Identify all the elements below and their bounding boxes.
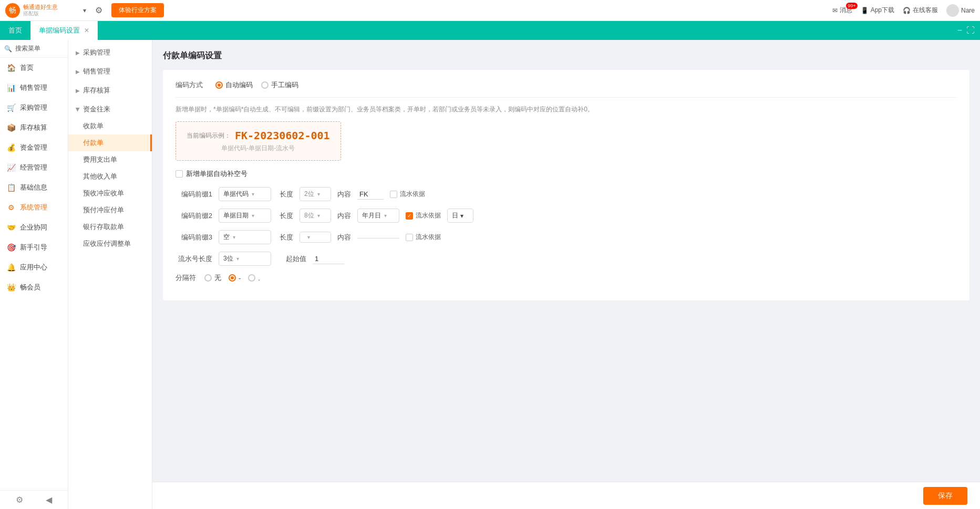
prefix3-label: 编码前缀3 (176, 233, 212, 242)
logo-icon: 畅 (5, 3, 20, 18)
app-icon: 📱 (861, 7, 869, 14)
system-icon: ⚙ (6, 203, 16, 212)
content-area: 付款单编码设置 编码方式 自动编码 手工编码 (152, 40, 980, 311)
prefix2-select[interactable]: 单据日期 ▾ (219, 209, 271, 223)
search-menu-button[interactable]: 🔍 搜索菜单 (0, 40, 68, 58)
tab-home[interactable]: 首页 (0, 21, 30, 40)
tab-encoding-settings[interactable]: 单据编码设置 ✕ (30, 21, 98, 40)
start-value-input[interactable]: 1 (313, 254, 344, 264)
sidebar-item-system[interactable]: ⚙ 系统管理 (0, 198, 68, 217)
tab-close-icon[interactable]: ✕ (84, 27, 89, 34)
sub-group-inventory: ▶ 库存核算 (68, 82, 152, 99)
encoding-card: 编码方式 自动编码 手工编码 (163, 70, 969, 300)
preview-label: 当前编码示例： (187, 131, 231, 140)
sub-group-sales-header[interactable]: ▶ 销售管理 (68, 63, 152, 80)
sub-group-purchase-header[interactable]: ▶ 采购管理 (68, 44, 152, 61)
sep-dash-option[interactable]: - (229, 274, 241, 282)
sidebar-item-collaboration[interactable]: 🤝 企业协同 (0, 217, 68, 237)
gear-button[interactable]: ⚙ (91, 3, 106, 18)
serial1-checkbox[interactable] (390, 191, 397, 198)
basic-info-icon: 📋 (6, 183, 16, 192)
sidebar-item-home[interactable]: 🏠 首页 (0, 58, 68, 78)
prefix1-select[interactable]: 单据代码 ▾ (219, 187, 271, 201)
message-button[interactable]: ✉ 消息 99+ (832, 6, 852, 15)
sidebar-item-sales[interactable]: 📊 销售管理 (0, 78, 68, 98)
content2-label: 内容 (337, 211, 351, 221)
sidebar-item-inventory[interactable]: 📦 库存核算 (0, 118, 68, 138)
length3-input: ▾ (300, 232, 331, 243)
prefix3-select[interactable]: 空 ▾ (219, 230, 271, 244)
search-icon: 🔍 (4, 45, 12, 53)
sub-group-inventory-header[interactable]: ▶ 库存核算 (68, 82, 152, 99)
serial3-checkbox[interactable] (406, 234, 413, 241)
maximize-icon[interactable]: ⛶ (966, 26, 975, 35)
sub-group-capital-header[interactable]: ▶ 资金往来 (68, 101, 152, 118)
nav-dropdown[interactable]: ▾ (83, 7, 86, 14)
auto-encode-radio[interactable] (215, 81, 223, 89)
arrow-icon: ▶ (75, 107, 81, 111)
preview-code: FK-20230602-001 (235, 129, 330, 142)
minimize-icon[interactable]: − (957, 26, 962, 35)
encode-method-label: 编码方式 (176, 80, 203, 90)
sub-group-capital: ▶ 资金往来 收款单 付款单 费用支出单 其他收入单 预收冲应收单 预付冲应付单… (68, 101, 152, 252)
auto-fill-row: 新增单据自动补空号 (176, 169, 957, 179)
manual-encode-option[interactable]: 手工编码 (261, 80, 298, 90)
collapse-sidebar-icon[interactable]: ◀ (46, 495, 52, 505)
sidebar-item-membership[interactable]: 👑 畅会员 (0, 277, 68, 297)
settings-bottom-icon[interactable]: ⚙ (16, 495, 23, 505)
sidebar-item-operations[interactable]: 📈 经营管理 (0, 158, 68, 178)
serial2-checkbox-label[interactable]: ✓ 流水依据 (406, 211, 441, 220)
tab-actions: − ⛶ (957, 26, 980, 35)
trial-button[interactable]: 体验行业方案 (111, 3, 164, 17)
sep-dot-radio[interactable] (248, 274, 255, 282)
auto-encode-option[interactable]: 自动编码 (215, 80, 253, 90)
save-button[interactable]: 保存 (923, 487, 967, 505)
serial2-checkbox[interactable]: ✓ (406, 212, 413, 220)
day-arrow-icon: ▾ (460, 212, 463, 220)
serial1-checkbox-label[interactable]: 流水依据 (390, 190, 425, 199)
content1-label: 内容 (337, 190, 351, 199)
content2-select[interactable]: 年月日 ▾ (357, 209, 399, 223)
prefix3-arrow-icon: ▾ (233, 234, 235, 240)
sep-dot-option[interactable]: . (248, 274, 260, 282)
sub-item-advance-payment[interactable]: 预付冲应付单 (68, 202, 152, 219)
separator-row: 分隔符 无 - . (176, 273, 957, 283)
encode-method-row: 编码方式 自动编码 手工编码 (176, 80, 957, 98)
sidebar-item-finance[interactable]: 💰 资金管理 (0, 138, 68, 158)
arrow-icon: ▶ (76, 88, 80, 94)
sep-dash-radio[interactable] (229, 274, 236, 282)
content3-value (357, 236, 399, 238)
sidebar-item-apps[interactable]: 🔔 应用中心 (0, 257, 68, 277)
length1-input: 2位 ▾ (300, 187, 331, 201)
manual-encode-radio[interactable] (261, 81, 269, 89)
sep-none-radio[interactable] (204, 274, 212, 282)
length1-label: 长度 (277, 190, 293, 199)
sub-item-other-income[interactable]: 其他收入单 (68, 168, 152, 185)
sub-item-payment[interactable]: 付款单 (68, 134, 152, 151)
app-download-button[interactable]: 📱 App下载 (861, 6, 894, 15)
inventory-icon: 📦 (6, 123, 16, 132)
sub-item-bank-deposit[interactable]: 银行存取款单 (68, 219, 152, 235)
online-service-button[interactable]: 🎧 在线客服 (903, 6, 938, 15)
sidebar-item-guide[interactable]: 🎯 新手引导 (0, 237, 68, 257)
preview-sub: 单据代码-单据日期-流水号 (187, 144, 330, 153)
serial2-day-select[interactable]: 日 ▾ (447, 209, 473, 223)
serial3-checkbox-label[interactable]: 流水依据 (406, 233, 441, 242)
sub-item-expense[interactable]: 费用支出单 (68, 151, 152, 168)
separator-label: 分隔符 (176, 273, 196, 283)
sidebar-item-purchase[interactable]: 🛒 采购管理 (0, 98, 68, 118)
top-nav-middle: ▾ ⚙ 体验行业方案 (83, 3, 164, 18)
prefix3-row: 编码前缀3 空 ▾ 长度 ▾ 内容 (176, 230, 957, 244)
collaboration-icon: 🤝 (6, 223, 16, 232)
sidebar-item-basic-info[interactable]: 📋 基础信息 (0, 178, 68, 198)
sub-item-ar-ap-adjust[interactable]: 应收应付调整单 (68, 235, 152, 252)
auto-fill-checkbox[interactable] (176, 170, 183, 178)
sep-none-option[interactable]: 无 (204, 273, 221, 283)
user-menu[interactable]: Nare (946, 4, 975, 17)
serial-len-select[interactable]: 3位 ▾ (219, 252, 271, 266)
prefix1-arrow-icon: ▾ (252, 191, 254, 197)
sub-item-receipt[interactable]: 收款单 (68, 118, 152, 134)
top-right: ✉ 消息 99+ 📱 App下载 🎧 在线客服 Nare (832, 4, 975, 17)
separator-radio-group: 无 - . (204, 273, 260, 283)
sub-item-advance-receipt[interactable]: 预收冲应收单 (68, 185, 152, 202)
